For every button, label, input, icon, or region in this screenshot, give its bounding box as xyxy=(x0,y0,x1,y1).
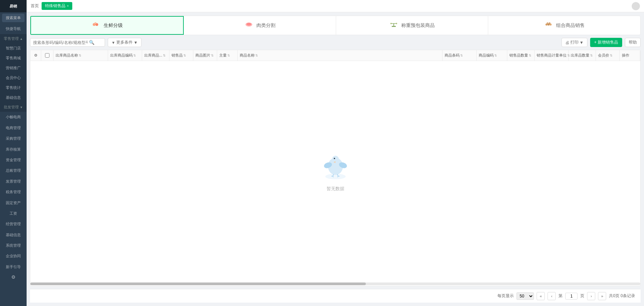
svg-point-2 xyxy=(94,22,96,24)
th-checkbox[interactable] xyxy=(41,50,54,61)
sort-icon: ⇅ xyxy=(494,54,497,57)
sidebar-item-enterprise[interactable]: 企业协同 xyxy=(0,251,27,261)
page-label-post: 页 xyxy=(580,293,584,299)
gear-icon[interactable]: ⚙ xyxy=(0,272,27,282)
topbar-right xyxy=(632,2,640,10)
svg-point-8 xyxy=(390,23,392,24)
sidebar-item-tax[interactable]: 税务管理 xyxy=(0,187,27,197)
sidebar-item-system[interactable]: 系统管理 xyxy=(0,240,27,251)
th-sales-qty[interactable]: 销售品数量 ⇅ xyxy=(507,50,535,61)
sidebar-section-wholesale[interactable]: 批发管理 ▼ xyxy=(0,103,27,112)
prev-page-button[interactable]: ‹ xyxy=(548,292,556,300)
last-page-button[interactable]: » xyxy=(598,292,606,300)
toolbar: 🔍 ▼ 更多条件 ▼ 🖨 打印 ▼ + 新增销售品 帮助 xyxy=(30,38,641,47)
svg-point-14 xyxy=(549,22,551,24)
svg-rect-6 xyxy=(393,24,394,26)
page-content: 生鲜分级 肉类分割 称重预包装商品 组合商品销售 xyxy=(27,12,644,306)
th-member-price[interactable]: 会员价 ⇅ xyxy=(596,50,620,61)
th-barcode[interactable]: 商品条码 ⇅ xyxy=(443,50,477,61)
per-page-select[interactable]: 50 20 100 xyxy=(516,292,534,300)
th-product-name[interactable]: 出库商品名称 ⇅ xyxy=(54,50,108,61)
empty-illustration xyxy=(318,151,353,182)
print-icon: 🖨 xyxy=(565,40,569,45)
svg-point-21 xyxy=(334,158,335,159)
data-table: ⚙ 出库商品名称 ⇅ 出库商品编码 ⇅ 出库商品... ⇅ 销售品 xyxy=(30,50,641,286)
th-actions: 操作 xyxy=(620,50,640,61)
scrollbar-thumb[interactable] xyxy=(30,282,366,285)
page-label-pre: 第 xyxy=(558,293,563,299)
cat-tab-meat[interactable]: 肉类分割 xyxy=(184,16,336,35)
total-pages-label: 共0页 0条记录 xyxy=(609,293,635,299)
sidebar-item-newbie[interactable]: 新手引导 xyxy=(0,262,27,272)
pagination: 每页显示 50 20 100 « ‹ 第 页 › » 共0页 0条记录 xyxy=(30,289,641,303)
sidebar-item-payroll[interactable]: 工资 xyxy=(0,208,27,219)
sort-icon: ⇅ xyxy=(133,54,136,57)
user-avatar[interactable] xyxy=(632,2,640,10)
th-goods-code[interactable]: 商品编码 ⇅ xyxy=(477,50,507,61)
sort-icon: ⇅ xyxy=(590,54,593,57)
sidebar-search-button[interactable]: 搜索菜单 xyxy=(2,14,25,22)
sidebar-section-retail[interactable]: 零售管理 ▲ xyxy=(0,34,27,43)
filter-arrow-icon: ▼ xyxy=(134,40,138,45)
th-weight[interactable]: 主量 ⇅ xyxy=(217,50,238,61)
add-sales-item-button[interactable]: + 新增销售品 xyxy=(590,38,622,47)
cat-tab-fresh[interactable]: 生鲜分级 xyxy=(30,16,184,35)
next-page-button[interactable]: › xyxy=(587,292,595,300)
sidebar-item-smart-store[interactable]: 智慧门店 xyxy=(0,43,27,53)
sidebar-item-members[interactable]: 会员中心 xyxy=(0,73,27,83)
search-icon[interactable]: 🔍 xyxy=(89,40,94,45)
sort-icon: ⇅ xyxy=(227,54,230,57)
search-input[interactable] xyxy=(33,40,88,45)
empty-message: 暂无数据 xyxy=(327,186,344,192)
sort-icon: ⇅ xyxy=(255,54,258,57)
th-outstock-qty[interactable]: 出库品数量 ⇅ xyxy=(569,50,596,61)
select-all-checkbox[interactable] xyxy=(45,53,49,58)
horizontal-scrollbar[interactable] xyxy=(30,282,640,285)
sort-icon: ⇅ xyxy=(183,54,186,57)
sidebar-item-basic-info[interactable]: 基础信息 xyxy=(0,93,27,103)
help-button[interactable]: 帮助 xyxy=(625,38,641,47)
topbar: 首页 特殊销售品 × xyxy=(27,0,644,12)
sidebar-item-marketing[interactable]: 营销推广 xyxy=(0,63,27,73)
th-image[interactable]: 商品图片 ⇅ xyxy=(193,50,217,61)
sidebar-item-purchase[interactable]: 采购管理 xyxy=(0,133,27,144)
sort-icon: ⇅ xyxy=(163,54,166,57)
sort-icon: ⇅ xyxy=(79,54,81,57)
first-page-button[interactable]: « xyxy=(537,292,545,300)
combo-icon xyxy=(544,21,553,30)
sort-icon: ⇅ xyxy=(460,54,463,57)
page-number-input[interactable] xyxy=(565,293,578,300)
th-product-code[interactable]: 出库商品编码 ⇅ xyxy=(108,50,142,61)
th-sales[interactable]: 销售品 ⇅ xyxy=(169,50,193,61)
fresh-icon xyxy=(91,21,101,30)
sidebar-item-retail-mall[interactable]: 零售商城 xyxy=(0,53,27,63)
sidebar-item-inventory[interactable]: 库存核算 xyxy=(0,144,27,155)
home-tab[interactable]: 首页 xyxy=(31,3,39,9)
search-box: 🔍 xyxy=(30,38,105,47)
sidebar-item-fixed-assets[interactable]: 固定资产 xyxy=(0,198,27,208)
print-button[interactable]: 🖨 打印 ▼ xyxy=(561,38,587,47)
filter-button[interactable]: ▼ 更多条件 ▼ xyxy=(108,38,141,47)
close-tab-icon[interactable]: × xyxy=(67,4,69,8)
sidebar-item-operations[interactable]: 经营管理 xyxy=(0,219,27,229)
th-product-info[interactable]: 出库商品... ⇅ xyxy=(142,50,169,61)
svg-point-13 xyxy=(547,22,549,24)
cat-tab-weighed[interactable]: 称重预包装商品 xyxy=(336,16,489,35)
sidebar-item-invoice[interactable]: 发票管理 xyxy=(0,176,27,187)
active-tab[interactable]: 特殊销售品 × xyxy=(42,2,72,10)
sidebar-item-ecommerce-mgmt[interactable]: 电商管理 xyxy=(0,123,27,133)
svg-rect-5 xyxy=(392,26,396,27)
cat-tab-combo[interactable]: 组合商品销售 xyxy=(488,16,640,35)
sidebar-item-quick-nav[interactable]: 快捷导航 xyxy=(0,24,27,34)
th-goods-name[interactable]: 商品名称 ⇅ xyxy=(238,50,443,61)
sidebar-item-ledger[interactable]: 总账管理 xyxy=(0,165,27,176)
th-settings[interactable]: ⚙ xyxy=(30,50,41,61)
sidebar-item-basic-info2[interactable]: 基础信息 xyxy=(0,230,27,240)
sidebar-item-retail-stats[interactable]: 零售统计 xyxy=(0,83,27,93)
filter-icon: ▼ xyxy=(111,41,115,45)
sidebar-item-ecommerce[interactable]: 小畅电商 xyxy=(0,112,27,122)
th-sales-unit[interactable]: 销售商品计量单位 ⇅ xyxy=(535,50,569,61)
retail-arrow-icon: ▲ xyxy=(20,37,23,41)
toolbar-right: 🖨 打印 ▼ + 新增销售品 帮助 xyxy=(561,38,641,47)
sidebar-item-finance[interactable]: 资金管理 xyxy=(0,155,27,165)
